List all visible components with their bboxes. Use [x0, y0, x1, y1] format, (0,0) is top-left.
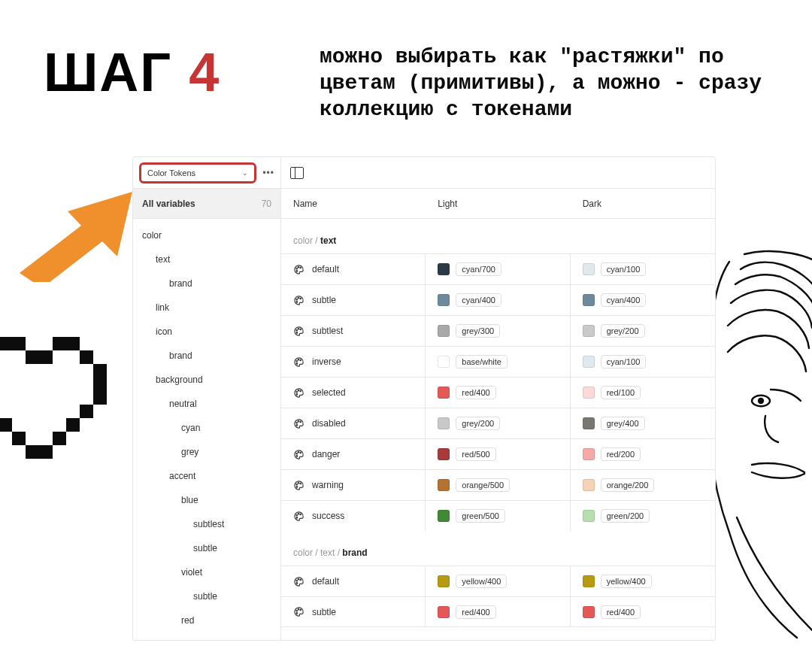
color-swatch	[438, 448, 450, 460]
color-type-icon	[293, 606, 304, 617]
color-chip[interactable]: green/200	[601, 509, 650, 523]
sidebar-tree-item[interactable]: accent	[133, 464, 280, 488]
color-chip[interactable]: grey/300	[456, 324, 500, 338]
sidebar-tree-item[interactable]: subtlest	[133, 512, 280, 536]
variable-row[interactable]: dangerred/500red/200	[281, 438, 715, 469]
svg-point-7	[300, 298, 301, 299]
collection-dropdown-label: Color Tokens	[147, 168, 195, 177]
svg-point-39	[300, 579, 301, 581]
svg-point-1	[296, 268, 298, 269]
svg-point-3	[300, 267, 301, 268]
color-chip[interactable]: grey/200	[456, 417, 500, 430]
color-chip[interactable]: orange/500	[456, 478, 510, 492]
sidebar-tree-item[interactable]: subtle	[133, 536, 280, 560]
color-chip[interactable]: red/400	[601, 605, 641, 619]
color-chip[interactable]: cyan/400	[456, 293, 501, 307]
color-chip[interactable]: red/400	[456, 605, 495, 619]
sidebar-tree-item[interactable]: subtle	[133, 584, 280, 608]
color-chip[interactable]: green/500	[456, 509, 505, 523]
color-chip[interactable]: red/200	[601, 447, 641, 461]
color-chip[interactable]: red/500	[456, 447, 495, 461]
sidebar-tree-item[interactable]: cyan	[133, 416, 280, 440]
color-chip[interactable]: cyan/700	[456, 262, 501, 276]
collection-dropdown[interactable]: Color Tokens ⌄	[139, 162, 256, 183]
svg-point-6	[298, 297, 299, 299]
svg-point-31	[300, 483, 301, 484]
sidebar-tree-item[interactable]: red	[133, 608, 280, 632]
color-chip[interactable]: red/400	[456, 386, 495, 399]
color-chip[interactable]: cyan/100	[601, 355, 647, 368]
svg-point-35	[300, 514, 301, 515]
sidebar-tree-item[interactable]: background	[133, 368, 280, 392]
color-chip[interactable]: yellow/400	[456, 575, 507, 588]
svg-point-22	[298, 420, 299, 422]
sidebar-tree-item[interactable]: icon	[133, 320, 280, 344]
svg-point-8	[296, 301, 298, 302]
sidebar-all-variables[interactable]: All variables 70	[133, 189, 280, 219]
color-swatch	[438, 510, 450, 522]
svg-point-36	[296, 517, 298, 518]
color-swatch	[583, 575, 595, 587]
sidebar-tree-item[interactable]: text	[133, 247, 280, 271]
sidebar-tree-item[interactable]: neutral	[133, 392, 280, 416]
svg-point-42	[298, 609, 299, 611]
chevron-down-icon: ⌄	[242, 169, 248, 177]
group-path: color / text	[281, 219, 715, 253]
svg-point-40	[296, 582, 298, 584]
variable-row[interactable]: defaultcyan/700cyan/100	[281, 253, 715, 284]
svg-point-18	[298, 390, 299, 391]
sidebar-tree-item[interactable]: color	[133, 223, 280, 247]
column-header-name: Name	[281, 199, 426, 209]
svg-point-15	[300, 359, 301, 361]
svg-point-26	[298, 451, 299, 453]
sidebar-tree-item[interactable]: brand	[133, 344, 280, 368]
svg-point-16	[296, 362, 298, 364]
svg-point-38	[298, 578, 299, 580]
column-header-light: Light	[426, 189, 570, 218]
variable-row[interactable]: inversebase/whitecyan/100	[281, 346, 715, 377]
color-type-icon	[293, 449, 304, 460]
color-chip[interactable]: cyan/100	[601, 262, 647, 276]
color-chip[interactable]: red/100	[601, 386, 641, 399]
more-menu-icon[interactable]: •••	[262, 168, 274, 178]
svg-point-24	[296, 424, 298, 426]
color-chip[interactable]: base/white	[456, 355, 508, 368]
color-swatch	[583, 479, 595, 491]
svg-point-27	[300, 452, 301, 453]
variable-name: default	[312, 264, 339, 274]
sidebar-tree-item[interactable]: blue	[133, 488, 280, 512]
variable-row[interactable]: warningorange/500orange/200	[281, 469, 715, 500]
color-chip[interactable]: orange/200	[601, 478, 655, 492]
sidebar-tree-item[interactable]: link	[133, 296, 280, 320]
variable-row[interactable]: subtlestgrey/300grey/200	[281, 315, 715, 346]
variable-row[interactable]: subtlecyan/400cyan/400	[281, 284, 715, 315]
sidebar-tree-item[interactable]: brand	[133, 271, 280, 296]
sidebar-tree: colortextbrandlinkiconbrandbackgroundneu…	[133, 219, 280, 640]
svg-point-44	[296, 613, 298, 614]
color-chip[interactable]: grey/400	[601, 417, 645, 430]
variable-row[interactable]: disabledgrey/200grey/400	[281, 408, 715, 438]
color-chip[interactable]: grey/200	[601, 324, 645, 338]
variables-panel: Color Tokens ⌄ ••• All variables 70 colo…	[132, 156, 716, 641]
layout-toggle-icon[interactable]	[290, 167, 304, 179]
svg-point-37	[296, 580, 298, 581]
svg-point-14	[298, 359, 299, 360]
color-type-icon	[293, 295, 304, 306]
color-swatch	[583, 448, 595, 460]
sidebar-tree-item[interactable]: grey	[133, 440, 280, 464]
svg-point-34	[298, 513, 299, 514]
variable-row[interactable]: subtlered/400red/400	[281, 596, 715, 627]
panel-main: Name Light Dark color / textdefaultcyan/…	[281, 157, 715, 640]
svg-point-9	[296, 329, 298, 331]
color-type-icon	[293, 576, 304, 587]
color-chip[interactable]: yellow/400	[601, 575, 652, 588]
color-chip[interactable]: cyan/400	[601, 293, 647, 307]
variable-row[interactable]: successgreen/500green/200	[281, 500, 715, 531]
svg-point-10	[298, 328, 299, 329]
sidebar-tree-item[interactable]: violet	[133, 560, 280, 584]
variable-name: subtlest	[312, 326, 343, 336]
variable-row[interactable]: selectedred/400red/100	[281, 377, 715, 408]
step-word: ШАГ	[44, 42, 172, 102]
svg-point-13	[296, 360, 298, 362]
variable-row[interactable]: defaultyellow/400yellow/400	[281, 566, 715, 596]
